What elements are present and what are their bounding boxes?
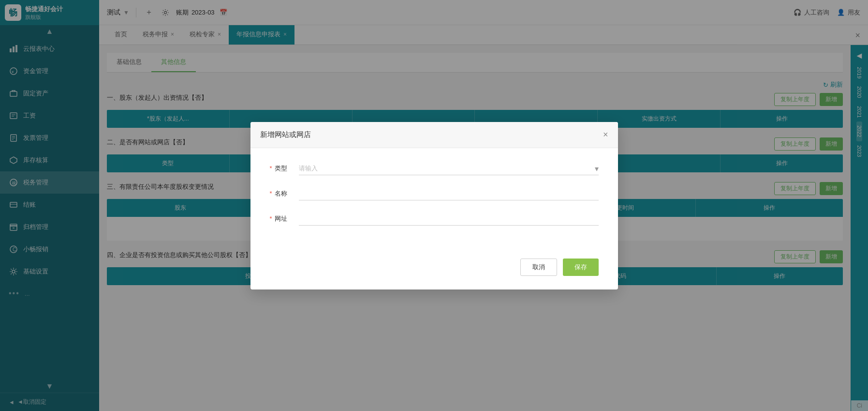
dialog-body: * 类型 ▾ * 名称 * xyxy=(250,148,618,251)
name-input[interactable] xyxy=(299,187,599,200)
dialog-overlay: 新增网站或网店 × * 类型 ▾ * 名称 xyxy=(0,0,868,411)
form-label-url: * 网址 xyxy=(270,214,299,223)
dialog-footer: 取消 保存 xyxy=(250,251,618,289)
required-star: * xyxy=(270,165,272,172)
label-text-url: 网址 xyxy=(275,215,287,222)
form-row-type: * 类型 ▾ xyxy=(270,162,599,175)
url-input[interactable] xyxy=(299,212,599,226)
required-star: * xyxy=(270,215,272,222)
form-row-url: * 网址 xyxy=(270,212,599,226)
label-text-name: 名称 xyxy=(275,190,287,197)
form-field-name xyxy=(299,187,599,200)
form-field-type: ▾ xyxy=(299,162,599,175)
cancel-button[interactable]: 取消 xyxy=(520,259,557,276)
form-label-type: * 类型 xyxy=(270,164,299,173)
type-input[interactable] xyxy=(299,162,599,175)
save-button[interactable]: 保存 xyxy=(563,259,599,276)
dialog-close-button[interactable]: × xyxy=(603,130,608,140)
form-row-name: * 名称 xyxy=(270,187,599,200)
add-website-dialog: 新增网站或网店 × * 类型 ▾ * 名称 xyxy=(250,122,618,289)
label-text-type: 类型 xyxy=(275,165,287,172)
required-star: * xyxy=(270,190,272,197)
dialog-header: 新增网站或网店 × xyxy=(250,122,618,148)
dialog-title: 新增网站或网店 xyxy=(260,130,311,139)
form-label-name: * 名称 xyxy=(270,189,299,198)
form-field-url xyxy=(299,212,599,226)
